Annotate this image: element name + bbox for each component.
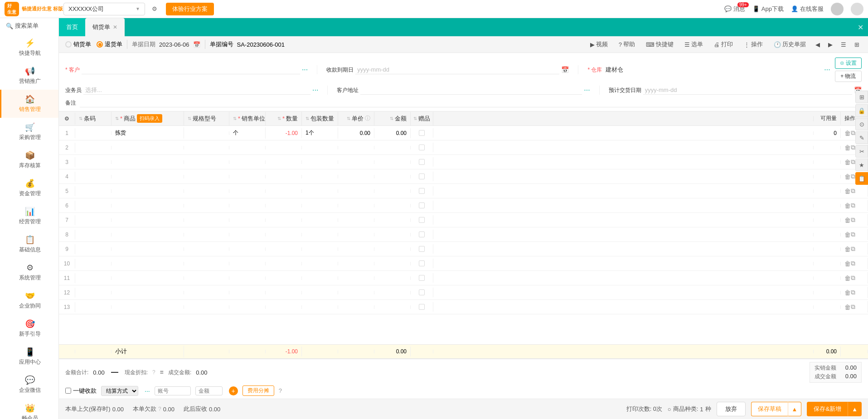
sidebar-item-wechat[interactable]: 💬 企业微信 xyxy=(0,371,58,399)
td-product-1[interactable]: 拣货 xyxy=(112,127,184,139)
expected-date-input[interactable] xyxy=(643,86,852,95)
sidebar-item-enterprise[interactable]: 🤝 企业协同 xyxy=(0,286,58,314)
discard-button[interactable]: 放弃 xyxy=(717,402,746,416)
delete-icon[interactable]: 🗑 xyxy=(844,202,851,209)
sidebar-item-finance[interactable]: 💰 资金管理 xyxy=(0,174,58,202)
save-new-arrow-button[interactable]: ▲ xyxy=(848,402,862,416)
warehouse-dots-button[interactable]: ··· xyxy=(824,66,830,73)
payment-checkbox[interactable]: 一键收款 xyxy=(65,387,97,395)
total-due-info-icon[interactable]: ? xyxy=(158,406,161,412)
copy-icon[interactable]: ⧉ xyxy=(851,158,855,166)
product-type-item[interactable]: ○ 商品种类: 1 种 xyxy=(668,405,711,413)
copy-icon[interactable]: ⧉ xyxy=(851,202,855,209)
print-button[interactable]: 🖨 打印 xyxy=(710,39,737,50)
copy-icon[interactable]: ⧉ xyxy=(851,260,855,267)
sidebar-item-sales[interactable]: 🏠 销售管理 xyxy=(0,90,58,118)
delete-icon[interactable]: 🗑 xyxy=(844,217,851,224)
td-spec-1[interactable] xyxy=(184,131,229,135)
gift-checkbox-1[interactable] xyxy=(419,130,425,136)
scan-button[interactable]: 扫码录入 xyxy=(137,114,162,123)
add-payment-button[interactable]: + xyxy=(229,386,238,395)
layout2-button[interactable]: ⊞ xyxy=(852,40,862,49)
due-date-calendar-icon[interactable]: 📅 xyxy=(561,66,569,73)
trial-button[interactable]: 体验行业方案 xyxy=(166,3,214,15)
td-qty-1[interactable]: -1.00 xyxy=(266,128,302,138)
calc-method-dots[interactable]: ··· xyxy=(145,388,150,394)
copy-icon[interactable]: ⧉ xyxy=(851,173,855,180)
sidebar-item-base[interactable]: 📋 基础信息 xyxy=(0,230,58,258)
float-btn-6[interactable]: ★ xyxy=(855,159,868,171)
prev-button[interactable]: ◀ xyxy=(813,40,822,49)
logistics-button[interactable]: + 物流 xyxy=(835,71,862,82)
save-draft-button[interactable]: 保存草稿 xyxy=(751,402,788,416)
delete-icon[interactable]: 🗑 xyxy=(844,231,851,238)
delete-icon[interactable]: 🗑 xyxy=(844,173,851,180)
sidebar-item-quick-nav[interactable]: ⚡ 快捷导航 xyxy=(0,34,58,62)
delete-icon[interactable]: 🗑 xyxy=(844,260,851,267)
float-btn-5[interactable]: ✂ xyxy=(855,145,868,158)
float-btn-4[interactable]: ✎ xyxy=(855,131,868,144)
td-amount-1[interactable]: 0.00 xyxy=(374,128,411,138)
avatar-secondary[interactable] xyxy=(851,3,863,15)
address-dots-button[interactable]: ··· xyxy=(584,87,590,94)
draft-arrow-button[interactable]: ▲ xyxy=(788,402,802,416)
float-btn-3[interactable]: ⊙ xyxy=(855,118,868,130)
due-date-input[interactable] xyxy=(355,65,559,74)
copy-icon[interactable]: ⧉ xyxy=(851,289,855,296)
customer-input[interactable] xyxy=(82,65,300,74)
th-settings[interactable]: ⚙ xyxy=(59,113,75,125)
fee-split-button[interactable]: 费用分摊 xyxy=(242,385,274,396)
delete-icon[interactable]: 🗑 xyxy=(844,246,851,253)
customer-dots-button[interactable]: ··· xyxy=(302,66,308,73)
settings-config-button[interactable]: ⊙ 设置 xyxy=(835,58,862,69)
tab-home[interactable]: 首页 xyxy=(59,18,85,36)
salesperson-dots-button[interactable]: ··· xyxy=(312,87,318,94)
shortcut-button[interactable]: ⌨ 快捷键 xyxy=(642,39,677,50)
tab-sales-order[interactable]: 销货单 ✕ xyxy=(85,18,125,36)
select-order-button[interactable]: ☰ 选单 xyxy=(681,39,707,50)
float-btn-1[interactable]: ⊞ xyxy=(855,91,868,103)
copy-icon-1[interactable]: ⧉ xyxy=(851,129,855,137)
global-settings-button[interactable]: ⚙ xyxy=(148,2,161,16)
calc-method-select[interactable]: 结算方式 xyxy=(101,386,138,396)
copy-icon[interactable]: ⧉ xyxy=(851,144,855,151)
history-button[interactable]: 🕐 历史单据 xyxy=(770,39,810,50)
customer-address-input[interactable] xyxy=(360,86,582,95)
online-service-button[interactable]: 👤 在线客服 xyxy=(791,5,824,13)
avatar[interactable] xyxy=(831,3,844,15)
delete-icon[interactable]: 🗑 xyxy=(844,144,851,151)
copy-icon[interactable]: ⧉ xyxy=(851,245,855,253)
float-btn-2[interactable]: 🔒 xyxy=(855,104,868,117)
video-button[interactable]: ▶ 视频 xyxy=(587,39,611,50)
td-unit-1[interactable]: 个 xyxy=(229,127,266,139)
tab-close-icon[interactable]: ✕ xyxy=(113,24,117,30)
td-barcode-1[interactable] xyxy=(75,131,112,135)
amount-input[interactable] xyxy=(195,386,223,395)
float-btn-7[interactable]: 📋 xyxy=(855,172,868,185)
copy-icon[interactable]: ⧉ xyxy=(851,187,855,195)
tab-close-all-button[interactable]: ✕ xyxy=(858,23,863,32)
date-calendar-icon[interactable]: 📅 xyxy=(193,41,200,48)
sidebar-search[interactable]: 🔍 搜索菜单 xyxy=(0,18,58,34)
delete-icon[interactable]: 🗑 xyxy=(844,159,851,166)
app-download-button[interactable]: 📱 App下载 xyxy=(752,5,784,13)
layout1-button[interactable]: ☰ xyxy=(839,40,849,49)
salesperson-input[interactable] xyxy=(83,86,310,95)
td-pkg-1[interactable]: 1个 xyxy=(302,127,338,139)
sidebar-item-operations[interactable]: 📊 经营管理 xyxy=(0,202,58,230)
payment-check-input[interactable] xyxy=(65,388,71,394)
delete-icon[interactable]: 🗑 xyxy=(844,303,851,311)
account-input[interactable] xyxy=(155,386,191,395)
company-selector[interactable]: XXXXXX公司 ▼ xyxy=(63,3,145,15)
delete-icon[interactable]: 🗑 xyxy=(844,188,851,195)
sidebar-item-inventory[interactable]: 📦 库存核算 xyxy=(0,146,58,174)
messages-button[interactable]: 💬 消息 99+ xyxy=(724,5,745,13)
sidebar-item-marketing[interactable]: 📢 营销推广 xyxy=(0,62,58,90)
sidebar-item-system[interactable]: ⚙ 系统管理 xyxy=(0,258,58,286)
radio-sales[interactable]: 销货单 xyxy=(65,40,91,48)
sidebar-item-apps[interactable]: 📱 应用中心 xyxy=(0,342,58,371)
sidebar-item-member[interactable]: 👑 畅会员 xyxy=(0,399,58,419)
copy-icon[interactable]: ⧉ xyxy=(851,303,855,311)
sidebar-item-guide[interactable]: 🎯 新手引导 xyxy=(0,314,58,342)
help-button[interactable]: ? 帮助 xyxy=(615,39,639,50)
